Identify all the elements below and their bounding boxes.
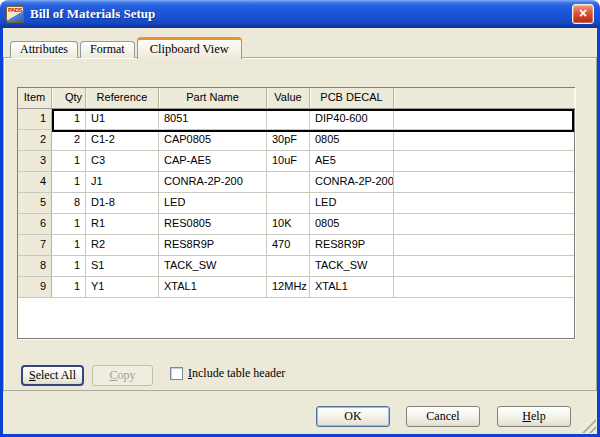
tab-strip: Attributes Format Clipboard View — [10, 36, 244, 58]
table-row[interactable]: 2 2 C1-2 CAP0805 30pF 0805 — [18, 130, 574, 151]
column-header-item: Item — [18, 88, 52, 108]
cell-pcb-decal: DIP40-600 — [310, 109, 394, 129]
cell-pcb-decal: TACK_SW — [310, 256, 394, 276]
cell-item: 9 — [18, 277, 52, 297]
cell-value — [267, 172, 310, 192]
cell-item: 5 — [18, 193, 52, 213]
select-all-mnemonic: S — [29, 368, 36, 382]
cell-reference: R2 — [86, 235, 159, 255]
close-icon: × — [579, 6, 587, 20]
cell-reference: D1-8 — [86, 193, 159, 213]
cell-pcb-decal: AE5 — [310, 151, 394, 171]
dialog-body: Attributes Format Clipboard View Item Qt… — [0, 28, 600, 437]
cell-value — [267, 193, 310, 213]
help-label: elp — [531, 409, 546, 423]
cell-qty: 1 — [52, 151, 86, 171]
cell-pcb-decal: RES8R9P — [310, 235, 394, 255]
cell-value — [267, 109, 310, 129]
cell-part-name: RES0805 — [159, 214, 267, 234]
table-row[interactable]: 8 1 S1 TACK_SW TACK_SW — [18, 256, 574, 277]
cell-part-name: XTAL1 — [159, 277, 267, 297]
cell-part-name: CAP0805 — [159, 130, 267, 150]
cell-item: 2 — [18, 130, 52, 150]
tab-attributes[interactable]: Attributes — [10, 41, 78, 58]
table-row[interactable]: 3 1 C3 CAP-AE5 10uF AE5 — [18, 151, 574, 172]
table-row[interactable]: 5 8 D1-8 LED LED — [18, 193, 574, 214]
cell-reference: U1 — [86, 109, 159, 129]
cell-reference: C1-2 — [86, 130, 159, 150]
table-row[interactable]: 6 1 R1 RES0805 10K 0805 — [18, 214, 574, 235]
bom-table-header: Item Qty Reference Part Name Value PCB D… — [18, 88, 574, 109]
pads-logo-text: PADS — [8, 7, 22, 14]
cell-qty: 1 — [52, 214, 86, 234]
cell-pcb-decal: CONRA-2P-200 — [310, 172, 394, 192]
bom-table: Item Qty Reference Part Name Value PCB D… — [17, 87, 575, 339]
cell-item: 3 — [18, 151, 52, 171]
cell-qty: 1 — [52, 277, 86, 297]
ok-button[interactable]: OK — [316, 406, 390, 427]
copy-label: opy — [118, 368, 136, 382]
cell-qty: 1 — [52, 109, 86, 129]
cell-filler — [394, 109, 574, 129]
help-button[interactable]: Help — [497, 406, 571, 427]
table-row[interactable]: 4 1 J1 CONRA-2P-200 CONRA-2P-200 — [18, 172, 574, 193]
cell-qty: 2 — [52, 130, 86, 150]
cell-part-name: CONRA-2P-200 — [159, 172, 267, 192]
cell-filler — [394, 130, 574, 150]
cell-qty: 1 — [52, 235, 86, 255]
cancel-button[interactable]: Cancel — [406, 406, 480, 427]
cell-filler — [394, 151, 574, 171]
cell-part-name: 8051 — [159, 109, 267, 129]
include-header-text: nclude table header — [192, 366, 285, 380]
cell-part-name: TACK_SW — [159, 256, 267, 276]
close-button[interactable]: × — [572, 4, 594, 24]
copy-button[interactable]: Copy — [92, 365, 153, 386]
cell-pcb-decal: 0805 — [310, 130, 394, 150]
column-header-filler — [394, 88, 574, 108]
cell-reference: C3 — [86, 151, 159, 171]
column-header-value: Value — [267, 88, 310, 108]
column-header-part-name: Part Name — [159, 88, 267, 108]
cell-item: 1 — [18, 109, 52, 129]
include-table-header-label: Include table header — [188, 366, 285, 381]
window-title: Bill of Materials Setup — [30, 6, 155, 22]
title-bar[interactable]: PADS Bill of Materials Setup × — [0, 0, 600, 28]
cell-reference: R1 — [86, 214, 159, 234]
cell-qty: 1 — [52, 256, 86, 276]
select-all-button[interactable]: Select All — [21, 365, 84, 386]
cell-reference: S1 — [86, 256, 159, 276]
cell-item: 4 — [18, 172, 52, 192]
pads-logo-icon: PADS — [6, 6, 24, 23]
column-header-pcb-decal: PCB DECAL — [310, 88, 394, 108]
cell-value: 12MHz — [267, 277, 310, 297]
cell-pcb-decal: XTAL1 — [310, 277, 394, 297]
cell-value: 10uF — [267, 151, 310, 171]
cell-pcb-decal: LED — [310, 193, 394, 213]
table-row[interactable]: 1 1 U1 8051 DIP40-600 — [18, 109, 574, 130]
cell-reference: Y1 — [86, 277, 159, 297]
cell-item: 7 — [18, 235, 52, 255]
cell-part-name: LED — [159, 193, 267, 213]
tab-clipboard-view[interactable]: Clipboard View — [137, 37, 242, 59]
cell-qty: 1 — [52, 172, 86, 192]
table-row[interactable]: 9 1 Y1 XTAL1 12MHz XTAL1 — [18, 277, 574, 298]
copy-mnemonic: C — [109, 368, 117, 382]
cell-value: 470 — [267, 235, 310, 255]
cell-reference: J1 — [86, 172, 159, 192]
bom-table-body: 1 1 U1 8051 DIP40-600 2 2 C1-2 CAP0805 3… — [18, 109, 574, 298]
cell-filler — [394, 256, 574, 276]
select-all-label: elect All — [36, 368, 76, 382]
checkbox-box-icon[interactable] — [170, 367, 183, 380]
table-row[interactable]: 7 1 R2 RES8R9P 470 RES8R9P — [18, 235, 574, 256]
clipboard-view-panel: Item Qty Reference Part Name Value PCB D… — [3, 57, 597, 391]
help-mnemonic: H — [522, 409, 531, 423]
cell-qty: 8 — [52, 193, 86, 213]
include-table-header-checkbox[interactable]: Include table header — [170, 366, 285, 381]
column-header-reference: Reference — [86, 88, 159, 108]
cell-part-name: CAP-AE5 — [159, 151, 267, 171]
column-header-qty: Qty — [52, 88, 86, 108]
cell-filler — [394, 277, 574, 297]
resize-grip[interactable] — [581, 418, 596, 433]
tab-format[interactable]: Format — [80, 41, 135, 58]
cell-part-name: RES8R9P — [159, 235, 267, 255]
